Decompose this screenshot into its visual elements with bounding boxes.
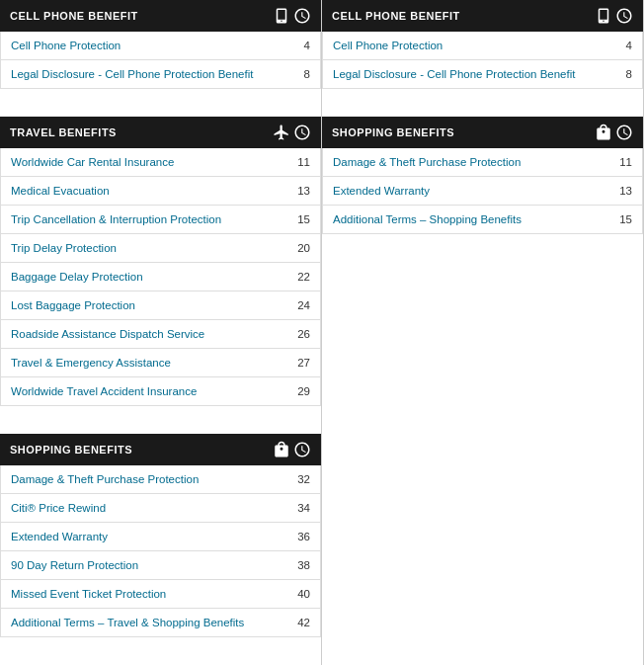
row-label: Citi® Price Rewind [11, 502, 281, 514]
section-header-shopping-right: SHOPPING BENEFITS [322, 117, 643, 148]
plane-icon [273, 124, 311, 141]
section-header-cell-phone-left: CELL PHONE BENEFIT [0, 0, 321, 32]
phone-icon [273, 7, 311, 25]
right-column: CELL PHONE BENEFITCell Phone Protection4… [322, 0, 644, 665]
row-label: Trip Delay Protection [11, 242, 281, 254]
row-page-number: 42 [290, 617, 310, 628]
table-row[interactable]: Worldwide Travel Accident Insurance29 [1, 377, 320, 405]
row-label: Missed Event Ticket Protection [11, 588, 281, 600]
table-row[interactable]: Trip Cancellation & Interruption Protect… [1, 206, 320, 234]
table-row[interactable]: Cell Phone Protection4 [1, 32, 320, 60]
section-title-cell-phone-right: CELL PHONE BENEFIT [332, 10, 460, 22]
table-row[interactable]: Trip Delay Protection20 [1, 234, 320, 263]
table-row[interactable]: Worldwide Car Rental Insurance11 [1, 148, 320, 177]
row-page-number: 13 [290, 185, 310, 197]
table-row[interactable]: Legal Disclosure - Cell Phone Protection… [323, 60, 642, 88]
row-label: Damage & Theft Purchase Protection [333, 156, 603, 168]
row-page-number: 13 [612, 185, 632, 197]
table-row[interactable]: Roadside Assistance Dispatch Service26 [1, 320, 320, 349]
table-row[interactable]: Medical Evacuation13 [1, 177, 320, 206]
row-page-number: 24 [290, 299, 310, 311]
row-page-number: 4 [290, 40, 310, 51]
row-page-number: 11 [290, 156, 310, 168]
row-label: Damage & Theft Purchase Protection [11, 473, 281, 485]
row-label: 90 Day Return Protection [11, 559, 281, 571]
row-page-number: 8 [290, 68, 310, 80]
section-title-shopping-right: SHOPPING BENEFITS [332, 126, 454, 138]
row-page-number: 40 [290, 588, 310, 600]
row-label: Additional Terms – Travel & Shopping Ben… [11, 617, 281, 628]
row-label: Worldwide Travel Accident Insurance [11, 385, 281, 397]
row-page-number: 38 [290, 559, 310, 571]
section-body-cell-phone-left: Cell Phone Protection4Legal Disclosure -… [0, 32, 321, 89]
row-label: Travel & Emergency Assistance [11, 357, 281, 369]
section-body-shopping-right: Damage & Theft Purchase Protection11Exte… [322, 148, 643, 234]
row-page-number: 15 [290, 213, 310, 225]
table-row[interactable]: Damage & Theft Purchase Protection11 [323, 148, 642, 177]
table-row[interactable]: Lost Baggage Protection24 [1, 291, 320, 320]
row-label: Cell Phone Protection [333, 40, 603, 51]
row-label: Baggage Delay Protection [11, 271, 281, 283]
table-row[interactable]: Legal Disclosure - Cell Phone Protection… [1, 60, 320, 88]
table-row[interactable]: Baggage Delay Protection22 [1, 263, 320, 291]
section-body-cell-phone-right: Cell Phone Protection4Legal Disclosure -… [322, 32, 643, 89]
row-page-number: 4 [612, 40, 632, 51]
row-label: Worldwide Car Rental Insurance [11, 156, 281, 168]
table-row[interactable]: Citi® Price Rewind34 [1, 494, 320, 523]
row-page-number: 15 [612, 213, 632, 225]
table-row[interactable]: Additional Terms – Shopping Benefits15 [323, 206, 642, 233]
section-title-shopping-left: SHOPPING BENEFITS [10, 444, 132, 456]
row-label: Roadside Assistance Dispatch Service [11, 328, 281, 340]
section-title-cell-phone-left: CELL PHONE BENEFIT [10, 10, 138, 22]
row-page-number: 22 [290, 271, 310, 283]
row-label: Lost Baggage Protection [11, 299, 281, 311]
row-page-number: 26 [290, 328, 310, 340]
section-body-travel-left: Worldwide Car Rental Insurance11Medical … [0, 148, 321, 406]
row-page-number: 8 [612, 68, 632, 80]
table-row[interactable]: Extended Warranty36 [1, 523, 320, 551]
row-label: Medical Evacuation [11, 185, 281, 197]
section-header-cell-phone-right: CELL PHONE BENEFIT [322, 0, 643, 32]
table-row[interactable]: Cell Phone Protection4 [323, 32, 642, 60]
section-travel-left: TRAVEL BENEFITSWorldwide Car Rental Insu… [0, 117, 321, 406]
phone-icon [595, 7, 633, 25]
row-label: Extended Warranty [11, 531, 281, 542]
bag-icon [595, 124, 633, 141]
section-title-travel-left: TRAVEL BENEFITS [10, 126, 117, 138]
row-page-number: 29 [290, 385, 310, 397]
row-page-number: 32 [290, 473, 310, 485]
left-column: CELL PHONE BENEFITCell Phone Protection4… [0, 0, 322, 665]
row-label: Trip Cancellation & Interruption Protect… [11, 213, 281, 225]
section-header-shopping-left: SHOPPING BENEFITS [0, 434, 321, 465]
section-cell-phone-right: CELL PHONE BENEFITCell Phone Protection4… [322, 0, 643, 89]
section-header-travel-left: TRAVEL BENEFITS [0, 117, 321, 148]
row-page-number: 20 [290, 242, 310, 254]
section-shopping-left: SHOPPING BENEFITSDamage & Theft Purchase… [0, 434, 321, 637]
row-label: Additional Terms – Shopping Benefits [333, 213, 603, 225]
row-page-number: 11 [612, 156, 632, 168]
row-label: Legal Disclosure - Cell Phone Protection… [333, 68, 603, 80]
table-row[interactable]: Missed Event Ticket Protection40 [1, 580, 320, 609]
row-label: Extended Warranty [333, 185, 603, 197]
row-page-number: 27 [290, 357, 310, 369]
section-cell-phone-left: CELL PHONE BENEFITCell Phone Protection4… [0, 0, 321, 89]
table-row[interactable]: Damage & Theft Purchase Protection32 [1, 465, 320, 494]
section-shopping-right: SHOPPING BENEFITSDamage & Theft Purchase… [322, 117, 643, 234]
table-row[interactable]: Travel & Emergency Assistance27 [1, 349, 320, 377]
row-label: Cell Phone Protection [11, 40, 281, 51]
bag-icon [273, 441, 311, 458]
table-row[interactable]: Extended Warranty13 [323, 177, 642, 206]
row-page-number: 34 [290, 502, 310, 514]
table-row[interactable]: Additional Terms – Travel & Shopping Ben… [1, 609, 320, 636]
row-label: Legal Disclosure - Cell Phone Protection… [11, 68, 281, 80]
table-row[interactable]: 90 Day Return Protection38 [1, 551, 320, 580]
row-page-number: 36 [290, 531, 310, 542]
section-body-shopping-left: Damage & Theft Purchase Protection32Citi… [0, 465, 321, 637]
